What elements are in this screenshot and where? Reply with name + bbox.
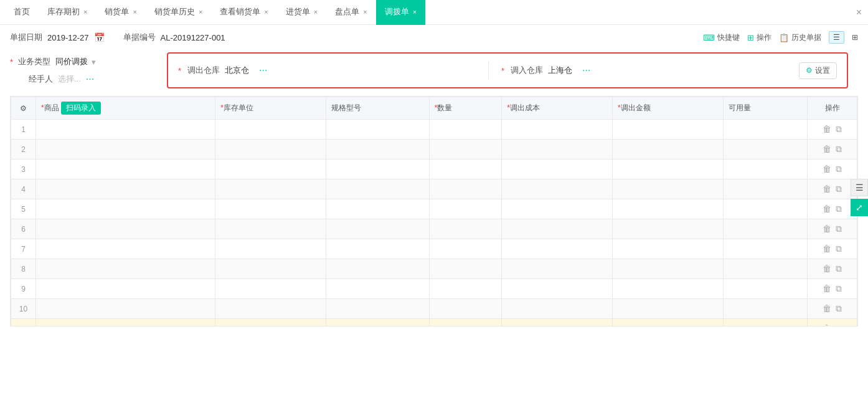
gear-col-header[interactable]: ⚙ bbox=[11, 97, 36, 120]
scan-button[interactable]: 扫码录入 bbox=[61, 102, 101, 115]
product-cell[interactable] bbox=[36, 159, 215, 179]
copy-icon[interactable]: ⧉ bbox=[836, 124, 842, 134]
delete-icon[interactable]: 🗑 bbox=[823, 283, 831, 293]
copy-icon[interactable]: ⧉ bbox=[836, 244, 842, 254]
window-close-button[interactable]: × bbox=[856, 7, 862, 18]
product-cell[interactable] bbox=[36, 199, 215, 219]
spec-cell[interactable] bbox=[326, 259, 430, 279]
cost-cell[interactable] bbox=[502, 199, 613, 219]
product-cell[interactable] bbox=[36, 219, 215, 239]
qty-cell[interactable]: 0.00 bbox=[429, 319, 502, 327]
amount-cell[interactable] bbox=[613, 239, 724, 259]
target-warehouse-dots[interactable]: ··· bbox=[582, 65, 590, 76]
delete-icon[interactable]: 🗑 bbox=[823, 184, 831, 194]
tab-sales-order-close[interactable]: × bbox=[133, 8, 136, 16]
qty-cell[interactable] bbox=[429, 120, 502, 140]
history-btn[interactable]: 📋 历史单据 bbox=[779, 32, 821, 43]
amount-cell[interactable] bbox=[613, 120, 724, 140]
product-cell[interactable] bbox=[36, 179, 215, 199]
spec-cell[interactable] bbox=[326, 219, 430, 239]
cost-cell[interactable] bbox=[502, 279, 613, 299]
copy-icon[interactable]: ⧉ bbox=[836, 224, 842, 234]
unit-cell[interactable] bbox=[215, 319, 326, 327]
qty-cell[interactable] bbox=[429, 199, 502, 219]
spec-cell[interactable] bbox=[326, 299, 430, 319]
delete-icon[interactable]: 🗑 bbox=[823, 244, 831, 254]
tab-inventory[interactable]: 盘点单 × bbox=[326, 0, 375, 25]
spec-cell[interactable] bbox=[326, 279, 430, 299]
tab-stock-init[interactable]: 库存期初 × bbox=[39, 0, 96, 25]
tab-purchase[interactable]: 进货单 × bbox=[277, 0, 326, 25]
copy-icon[interactable]: ⧉ bbox=[836, 323, 842, 326]
cost-cell[interactable] bbox=[502, 219, 613, 239]
unit-cell[interactable] bbox=[215, 179, 326, 199]
unit-cell[interactable] bbox=[215, 120, 326, 140]
spec-cell[interactable] bbox=[326, 159, 430, 179]
unit-cell[interactable] bbox=[215, 299, 326, 319]
source-warehouse-dots[interactable]: ··· bbox=[259, 65, 267, 76]
layout1-btn[interactable]: ☰ bbox=[829, 31, 844, 44]
product-cell[interactable] bbox=[36, 299, 215, 319]
tab-sales-history[interactable]: 销货单历史 × bbox=[146, 0, 211, 25]
delete-icon[interactable]: 🗑 bbox=[823, 204, 831, 214]
product-cell[interactable] bbox=[36, 259, 215, 279]
copy-icon[interactable]: ⧉ bbox=[836, 184, 842, 194]
product-cell[interactable] bbox=[36, 319, 215, 327]
copy-icon[interactable]: ⧉ bbox=[836, 303, 842, 313]
unit-cell[interactable] bbox=[215, 219, 326, 239]
amount-cell[interactable] bbox=[613, 219, 724, 239]
amount-cell[interactable]: 0.00 bbox=[613, 319, 724, 327]
tab-view-sales-close[interactable]: × bbox=[264, 8, 268, 16]
person-dots-btn[interactable]: ··· bbox=[86, 74, 94, 85]
tab-view-sales[interactable]: 查看销货单 × bbox=[211, 0, 276, 25]
spec-cell[interactable] bbox=[326, 319, 430, 327]
qty-cell[interactable] bbox=[429, 239, 502, 259]
operation-btn[interactable]: ⊞ 操作 bbox=[747, 32, 771, 43]
product-cell[interactable] bbox=[36, 140, 215, 159]
cost-cell[interactable] bbox=[502, 120, 613, 140]
spec-cell[interactable] bbox=[326, 179, 430, 199]
cost-cell[interactable] bbox=[502, 239, 613, 259]
amount-cell[interactable] bbox=[613, 279, 724, 299]
delete-icon[interactable]: 🗑 bbox=[823, 224, 831, 234]
cost-cell[interactable] bbox=[502, 159, 613, 179]
cost-cell[interactable] bbox=[502, 259, 613, 279]
tab-transfer-close[interactable]: × bbox=[413, 8, 417, 16]
side-expand-btn[interactable]: ⤢ bbox=[851, 199, 868, 216]
side-list-btn[interactable]: ☰ bbox=[851, 179, 868, 196]
qty-cell[interactable] bbox=[429, 279, 502, 299]
qty-cell[interactable] bbox=[429, 259, 502, 279]
delete-icon[interactable]: 🗑 bbox=[823, 144, 831, 154]
tab-transfer[interactable]: 调拨单 × bbox=[376, 0, 425, 25]
tab-stock-init-close[interactable]: × bbox=[83, 8, 87, 16]
copy-icon[interactable]: ⧉ bbox=[836, 164, 842, 174]
delete-icon[interactable]: 🗑 bbox=[823, 264, 831, 274]
amount-cell[interactable] bbox=[613, 159, 724, 179]
unit-cell[interactable] bbox=[215, 159, 326, 179]
tab-purchase-close[interactable]: × bbox=[314, 8, 318, 16]
tab-inventory-close[interactable]: × bbox=[363, 8, 367, 16]
unit-cell[interactable] bbox=[215, 259, 326, 279]
cost-cell[interactable] bbox=[502, 299, 613, 319]
cost-cell[interactable] bbox=[502, 140, 613, 159]
calendar-icon[interactable]: 📅 bbox=[94, 32, 105, 42]
tab-sales-order[interactable]: 销货单 × bbox=[96, 0, 145, 25]
copy-icon[interactable]: ⧉ bbox=[836, 264, 842, 274]
delete-icon[interactable]: 🗑 bbox=[823, 323, 831, 326]
copy-icon[interactable]: ⧉ bbox=[836, 283, 842, 293]
qty-cell[interactable] bbox=[429, 159, 502, 179]
delete-icon[interactable]: 🗑 bbox=[823, 303, 831, 313]
person-input[interactable]: 选择... bbox=[58, 74, 81, 85]
product-cell[interactable] bbox=[36, 239, 215, 259]
business-type-select[interactable]: 同价调拨 ▾ bbox=[55, 56, 118, 67]
spec-cell[interactable] bbox=[326, 120, 430, 140]
spec-cell[interactable] bbox=[326, 199, 430, 219]
settings-button[interactable]: ⚙ 设置 bbox=[799, 62, 837, 79]
amount-cell[interactable] bbox=[613, 179, 724, 199]
amount-cell[interactable] bbox=[613, 199, 724, 219]
amount-cell[interactable] bbox=[613, 140, 724, 159]
unit-cell[interactable] bbox=[215, 279, 326, 299]
product-cell[interactable] bbox=[36, 279, 215, 299]
copy-icon[interactable]: ⧉ bbox=[836, 144, 842, 154]
amount-cell[interactable] bbox=[613, 299, 724, 319]
